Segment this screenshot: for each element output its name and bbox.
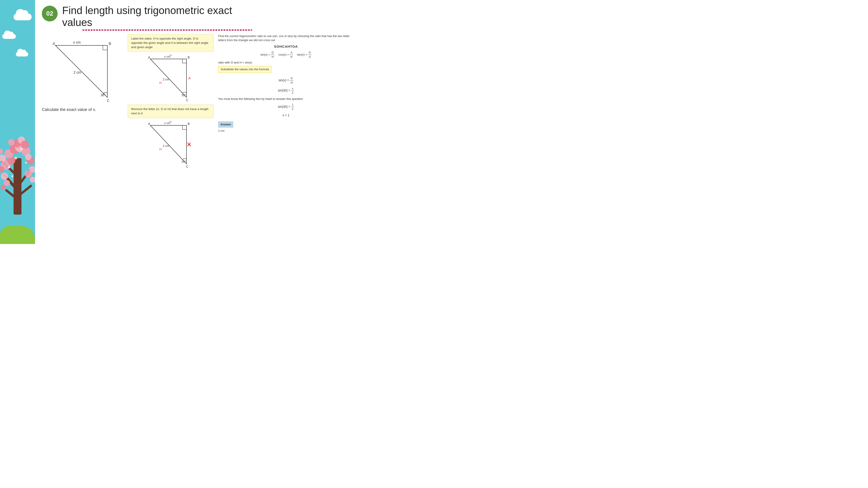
ratio-with-text: ratio with O and H = sin(x) bbox=[218, 60, 354, 65]
right-column: Find the correct trigonometric ratio to … bbox=[218, 34, 354, 168]
sidebar bbox=[0, 0, 35, 244]
cos-ratio: cos(x) = AH bbox=[278, 51, 293, 59]
sohcahtoa-label: SOHCAHTOA bbox=[218, 44, 354, 49]
svg-text:2 cm: 2 cm bbox=[163, 144, 169, 148]
you-must-know-text: You must know the following fact by hear… bbox=[218, 97, 354, 101]
svg-point-26 bbox=[30, 177, 35, 183]
svg-marker-32 bbox=[55, 45, 107, 97]
svg-point-29 bbox=[8, 166, 10, 168]
grass bbox=[0, 226, 35, 244]
svg-point-28 bbox=[20, 148, 23, 150]
svg-text:H: H bbox=[159, 148, 161, 151]
svg-text:B: B bbox=[109, 42, 111, 46]
svg-text:H: H bbox=[159, 81, 161, 85]
svg-text:30°: 30° bbox=[101, 93, 105, 97]
svg-point-17 bbox=[1, 173, 8, 180]
svg-text:O: O bbox=[169, 121, 172, 123]
svg-text:B: B bbox=[188, 122, 190, 126]
title-underline bbox=[83, 29, 252, 31]
svg-text:30°: 30° bbox=[182, 94, 186, 97]
triangle-labeled-1: A B C x cm O 2 cm H A 30° bbox=[148, 55, 193, 102]
svg-point-30 bbox=[25, 162, 27, 164]
tan-ratio: tan(x) = OA bbox=[297, 51, 311, 59]
svg-text:C: C bbox=[107, 99, 110, 103]
svg-point-22 bbox=[21, 140, 29, 149]
header: 02 Find length using trigonometric exact… bbox=[42, 4, 427, 31]
sin-ratio: sin(x) = OH bbox=[260, 51, 274, 59]
svg-point-15 bbox=[25, 170, 32, 177]
svg-point-31 bbox=[11, 175, 13, 177]
triangle-labeled-2: A B C x cm O 2 cm H 30° A bbox=[148, 121, 193, 168]
formula-sin-30: sin(30) = x2 bbox=[218, 87, 354, 95]
step3-text: Find the correct trigonometric ratio to … bbox=[218, 34, 354, 42]
svg-point-18 bbox=[0, 149, 3, 154]
cloud-3 bbox=[16, 52, 28, 57]
left-column: A B C x cm 2 cm 30° Calculate the exact … bbox=[42, 34, 123, 168]
main-triangle-svg: A B C x cm 2 cm 30° bbox=[42, 39, 119, 104]
svg-text:2 cm: 2 cm bbox=[73, 70, 81, 74]
cloud-2 bbox=[2, 34, 16, 39]
svg-text:A: A bbox=[53, 42, 55, 46]
svg-text:O: O bbox=[169, 55, 172, 57]
svg-text:30°: 30° bbox=[182, 160, 186, 163]
formula-sin-x: sin(x) = OH bbox=[218, 76, 354, 85]
svg-text:B: B bbox=[188, 56, 190, 59]
trig-ratios: sin(x) = OH cos(x) = AH tan(x) = OA bbox=[218, 51, 354, 59]
svg-point-27 bbox=[14, 157, 17, 160]
svg-text:2 cm: 2 cm bbox=[163, 78, 169, 81]
svg-text:A: A bbox=[148, 56, 150, 59]
svg-text:A: A bbox=[148, 122, 150, 126]
lesson-number: 02 bbox=[42, 6, 58, 22]
svg-text:A: A bbox=[188, 76, 191, 80]
svg-line-5 bbox=[20, 185, 32, 194]
svg-rect-33 bbox=[103, 45, 107, 50]
svg-point-25 bbox=[1, 185, 6, 190]
page-title: Find length using trigonometric exact va… bbox=[62, 4, 427, 29]
main-content: 02 Find length using trigonometric exact… bbox=[35, 0, 434, 244]
svg-text:C: C bbox=[186, 165, 188, 168]
step2-box: Remove the letter (A, O or H) that does … bbox=[128, 105, 214, 118]
answer-value: 1 cm bbox=[218, 129, 354, 133]
tree-illustration bbox=[0, 79, 35, 233]
svg-point-21 bbox=[8, 139, 14, 145]
svg-rect-41 bbox=[182, 59, 186, 63]
substitute-label: Substitute the values into the formula bbox=[218, 66, 272, 73]
calculate-text: Calculate the exact value of x. bbox=[42, 107, 123, 112]
content-grid: A B C x cm 2 cm 30° Calculate the exact … bbox=[42, 34, 427, 168]
step1-box: Label the sides. H is opposite the right… bbox=[128, 34, 214, 52]
formula-sin30-half: sin(30) = 12 bbox=[218, 103, 354, 111]
answer-label: Answer bbox=[218, 121, 233, 128]
middle-column: Label the sides. H is opposite the right… bbox=[128, 34, 214, 168]
svg-rect-52 bbox=[182, 125, 186, 129]
x-equals: x = 1 bbox=[218, 113, 354, 118]
svg-text:C: C bbox=[186, 98, 188, 102]
svg-point-23 bbox=[25, 154, 31, 160]
cloud-1 bbox=[13, 13, 32, 20]
svg-text:x cm: x cm bbox=[73, 40, 81, 44]
title-area: Find length using trigonometric exact va… bbox=[62, 4, 427, 31]
